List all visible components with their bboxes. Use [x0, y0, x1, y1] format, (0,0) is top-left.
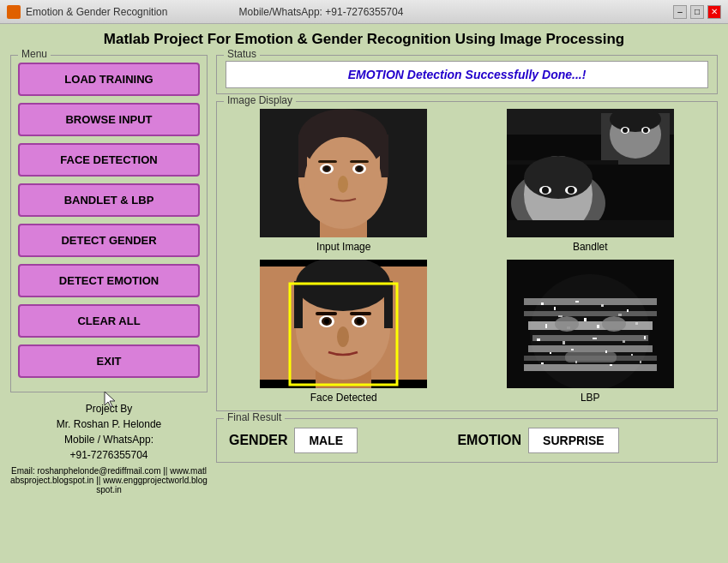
svg-rect-78 [644, 336, 646, 339]
svg-rect-74 [537, 338, 540, 341]
svg-rect-41 [294, 281, 303, 328]
lbp-image-label: LBP [581, 392, 600, 404]
svg-rect-66 [627, 309, 629, 312]
svg-rect-67 [558, 315, 563, 317]
svg-rect-68 [584, 318, 587, 321]
load-training-button[interactable]: LOAD TRAINING [18, 63, 200, 96]
svg-rect-34 [507, 220, 674, 237]
browse-input-button[interactable]: BROWSE INPUT [18, 103, 200, 136]
svg-rect-75 [563, 341, 565, 344]
input-image-label: Input Image [316, 241, 370, 253]
bandlet-image-cell: Bandlet [471, 109, 711, 253]
minimize-button[interactable]: – [673, 5, 687, 19]
svg-rect-73 [635, 322, 638, 325]
svg-rect-72 [597, 325, 599, 328]
svg-rect-42 [384, 281, 393, 328]
final-result-label: Final Result [224, 411, 285, 423]
svg-point-24 [623, 128, 628, 133]
svg-point-80 [602, 316, 626, 332]
svg-rect-63 [554, 307, 556, 310]
final-result-box: Final Result GENDER MALE EMOTION SURPRIS… [216, 418, 718, 463]
exit-button[interactable]: EXIT [18, 344, 200, 378]
face-detected-cell: Face Detected [224, 260, 464, 404]
maximize-button[interactable]: □ [690, 5, 704, 19]
svg-rect-58 [532, 335, 648, 341]
svg-point-33 [568, 187, 575, 194]
right-panel: Status EMOTION Detection Successfully Do… [216, 55, 718, 494]
svg-rect-88 [610, 364, 612, 366]
face-detection-button[interactable]: FACE DETECTION [18, 143, 200, 177]
detect-emotion-button[interactable]: DETECT EMOTION [18, 264, 200, 297]
svg-rect-49 [316, 312, 337, 315]
svg-point-48 [357, 319, 362, 324]
svg-point-12 [324, 166, 329, 171]
svg-rect-76 [593, 338, 597, 339]
svg-rect-62 [541, 302, 544, 305]
app-icon [7, 5, 21, 19]
status-message: EMOTION Detection Successfully Done...! [348, 68, 587, 81]
clear-all-button[interactable]: CLEAR ALL [18, 304, 200, 338]
svg-rect-65 [601, 304, 604, 307]
emotion-value: SURPRISE [528, 428, 619, 453]
svg-point-29 [524, 156, 593, 199]
titlebar-controls: – □ ✕ [673, 5, 721, 19]
image-display-box: Image Display [216, 101, 718, 411]
svg-rect-84 [605, 350, 607, 353]
svg-rect-89 [640, 361, 641, 363]
svg-rect-61 [524, 364, 657, 371]
lbp-image [507, 260, 674, 388]
svg-rect-87 [575, 361, 577, 363]
svg-rect-55 [524, 298, 657, 305]
lbp-image-cell: LBP [471, 260, 711, 404]
bandlet-lbp-button[interactable]: BANDLET & LBP [18, 183, 200, 217]
svg-rect-82 [550, 352, 551, 354]
menu-label: Menu [18, 48, 51, 60]
svg-rect-15 [350, 160, 369, 163]
svg-rect-83 [571, 349, 574, 350]
svg-rect-59 [528, 345, 653, 352]
image-display-label: Image Display [224, 94, 296, 106]
status-text-container: EMOTION Detection Successfully Done...! [226, 61, 708, 88]
svg-rect-6 [380, 135, 388, 177]
project-by-line: Project By [10, 401, 208, 416]
svg-point-51 [337, 326, 349, 347]
svg-rect-70 [545, 324, 547, 328]
status-label: Status [224, 48, 260, 60]
author-name: Mr. Roshan P. Helonde [10, 416, 208, 432]
svg-rect-77 [623, 340, 625, 343]
svg-point-79 [555, 316, 579, 332]
menu-box: Menu LOAD TRAINING BROWSE INPUT FACE DET… [10, 55, 208, 392]
titlebar-contact: Mobile/WhatsApp: +91-7276355704 [239, 6, 404, 18]
email-info: Email: roshanphelonde@rediffmail.com || … [10, 466, 208, 494]
detect-gender-button[interactable]: DETECT GENDER [18, 224, 200, 257]
svg-rect-85 [631, 354, 633, 356]
svg-rect-86 [541, 362, 544, 364]
left-panel: Menu LOAD TRAINING BROWSE INPUT FACE DET… [10, 55, 208, 494]
svg-rect-14 [318, 160, 337, 163]
svg-point-32 [542, 187, 549, 194]
close-button[interactable]: ✕ [707, 5, 721, 19]
svg-rect-81 [565, 352, 617, 362]
mobile-label: Mobile / WhatsApp: [10, 432, 208, 447]
gender-value: MALE [294, 428, 358, 453]
gender-key: GENDER [229, 433, 287, 448]
mobile-number: +91-7276355704 [10, 447, 208, 463]
page-title: Matlab Project For Emotion & Gender Reco… [10, 31, 718, 48]
face-detected-image [260, 260, 427, 388]
titlebar-title: Emotion & Gender Recognition [26, 6, 167, 18]
project-info: Project By Mr. Roshan P. Helonde Mobile … [10, 401, 208, 463]
svg-rect-64 [575, 301, 579, 302]
svg-point-25 [643, 128, 648, 133]
status-box: Status EMOTION Detection Successfully Do… [216, 55, 718, 94]
titlebar: Emotion & Gender Recognition Mobile/What… [0, 0, 728, 24]
face-detected-label: Face Detected [310, 392, 377, 404]
gender-result-item: GENDER MALE [229, 428, 358, 453]
bandlet-image [507, 109, 674, 237]
bandlet-image-label: Bandlet [573, 241, 608, 253]
emotion-result-item: EMOTION SURPRISE [457, 428, 618, 453]
svg-point-54 [530, 274, 650, 388]
svg-rect-69 [618, 314, 622, 316]
lower-area: Menu LOAD TRAINING BROWSE INPUT FACE DET… [10, 55, 718, 494]
svg-rect-50 [350, 312, 371, 315]
main-content: Matlab Project For Emotion & Gender Reco… [0, 24, 728, 501]
